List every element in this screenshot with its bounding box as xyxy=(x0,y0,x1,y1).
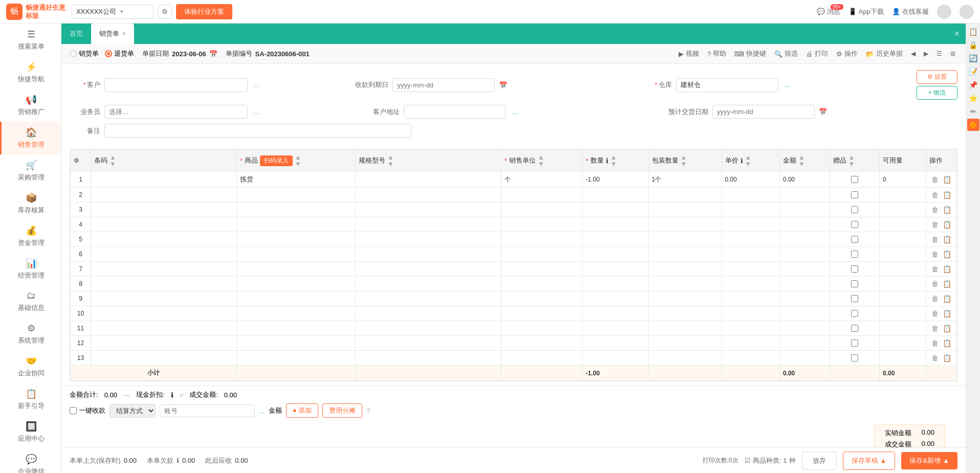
row-spec[interactable] xyxy=(355,291,501,306)
sidebar-item-search[interactable]: ☰ 搜索菜单 xyxy=(0,24,61,56)
row-barcode[interactable] xyxy=(91,336,237,351)
row-qty[interactable]: -1.00 xyxy=(582,172,648,188)
row-barcode[interactable] xyxy=(91,202,237,217)
row-copy-icon[interactable]: 📋 xyxy=(943,220,951,229)
row-copy-icon[interactable]: 📋 xyxy=(943,295,951,303)
row-qty[interactable] xyxy=(582,202,648,217)
row-spec[interactable] xyxy=(355,336,501,351)
app-download-button[interactable]: 📱 App下载 xyxy=(848,7,884,16)
sidebar-item-apps[interactable]: 🔲 应用中心 xyxy=(0,416,61,448)
row-price[interactable] xyxy=(722,321,779,336)
row-gift[interactable] xyxy=(830,202,880,217)
row-product[interactable] xyxy=(236,321,355,336)
row-barcode[interactable] xyxy=(91,321,237,336)
row-qty[interactable] xyxy=(582,277,648,291)
row-price[interactable] xyxy=(722,202,779,217)
addr-more-btn[interactable]: ... xyxy=(510,108,519,116)
row-qty[interactable] xyxy=(582,321,648,336)
row-product[interactable] xyxy=(236,351,355,366)
row-delete-icon[interactable]: 🗑 xyxy=(931,295,939,303)
add-expense-button[interactable]: ● 添加 xyxy=(286,403,318,418)
row-price[interactable] xyxy=(722,232,779,247)
row-copy-icon[interactable]: 📋 xyxy=(943,175,951,184)
row-product[interactable] xyxy=(236,291,355,306)
row-gift[interactable] xyxy=(830,172,880,188)
row-barcode[interactable] xyxy=(91,172,237,188)
row-qty[interactable] xyxy=(582,351,648,366)
avatar2[interactable] xyxy=(960,5,974,19)
row-product[interactable] xyxy=(236,262,355,277)
row-gift[interactable] xyxy=(830,291,880,306)
sidebar-item-quicknav[interactable]: ⚡ 快捷导航 xyxy=(0,56,61,89)
row-price[interactable] xyxy=(722,277,779,291)
video-button[interactable]: ▶ 视频 xyxy=(677,48,701,59)
row-qty[interactable] xyxy=(582,306,648,321)
sidebar-item-wechat[interactable]: 💬 企业微信 xyxy=(0,448,61,473)
row-delete-icon[interactable]: 🗑 xyxy=(931,265,939,273)
row-delete-icon[interactable]: 🗑 xyxy=(931,324,939,332)
logistics-button[interactable]: + 物流 xyxy=(917,86,957,100)
settings-button[interactable]: ⚙ 设置 xyxy=(917,70,957,84)
row-qty[interactable] xyxy=(582,247,648,262)
trial-button[interactable]: 体验行业方案 xyxy=(176,4,232,19)
row-delete-icon[interactable]: 🗑 xyxy=(931,250,939,258)
row-price[interactable] xyxy=(722,336,779,351)
customer-addr-input[interactable] xyxy=(404,105,506,119)
row-qty[interactable] xyxy=(582,217,648,232)
row-copy-icon[interactable]: 📋 xyxy=(943,309,951,318)
row-gift[interactable] xyxy=(830,247,880,262)
row-product[interactable] xyxy=(236,336,355,351)
row-product[interactable] xyxy=(236,306,355,321)
row-barcode[interactable] xyxy=(91,291,237,306)
row-delete-icon[interactable]: 🗑 xyxy=(931,206,939,214)
save-new-button[interactable]: 保存&新增 ▲ xyxy=(901,452,957,469)
row-spec[interactable] xyxy=(355,202,501,217)
row-copy-icon[interactable]: 📋 xyxy=(943,250,951,258)
row-copy-icon[interactable]: 📋 xyxy=(943,280,951,288)
sidebar-item-finance[interactable]: 💰 资金管理 xyxy=(0,220,61,253)
row-copy-icon[interactable]: 📋 xyxy=(943,324,951,332)
row-barcode[interactable] xyxy=(91,232,237,247)
radio-sales-order[interactable]: 销货单 xyxy=(70,49,99,58)
due-date-input[interactable] xyxy=(393,78,495,92)
settlement-method-select[interactable]: 结算方式 xyxy=(110,404,156,418)
help-button[interactable]: ? 帮助 xyxy=(705,48,728,59)
row-product[interactable] xyxy=(236,188,355,202)
customer-input[interactable] xyxy=(104,78,248,92)
next-record-button[interactable]: ▶ xyxy=(922,49,930,58)
row-gift[interactable] xyxy=(830,321,880,336)
row-copy-icon[interactable]: 📋 xyxy=(943,265,951,273)
panel-icon-6[interactable]: ⭐ xyxy=(967,92,979,104)
warehouse-more-btn[interactable]: ... xyxy=(782,81,792,88)
row-gift[interactable] xyxy=(830,232,880,247)
prev-record-button[interactable]: ◀ xyxy=(909,49,918,58)
row-price[interactable] xyxy=(722,188,779,202)
row-qty[interactable] xyxy=(582,262,648,277)
save-draft-button[interactable]: 保存草稿 ▲ xyxy=(843,452,896,470)
row-copy-icon[interactable]: 📋 xyxy=(943,235,951,243)
settings-icon[interactable]: ⚙ xyxy=(158,5,172,19)
row-spec[interactable] xyxy=(355,247,501,262)
row-barcode[interactable] xyxy=(91,262,237,277)
row-copy-icon[interactable]: 📋 xyxy=(943,354,951,362)
row-gift[interactable] xyxy=(830,351,880,366)
company-selector[interactable]: XXXXXX公司 ▼ xyxy=(72,5,154,19)
salesman-input[interactable] xyxy=(104,105,248,119)
row-delete-icon[interactable]: 🗑 xyxy=(931,354,939,362)
one-click-pay-checkbox[interactable] xyxy=(70,407,77,414)
grid-view-button[interactable]: ⊞ xyxy=(948,49,957,58)
sidebar-item-operations[interactable]: 📊 经营管理 xyxy=(0,253,61,285)
sidebar-item-inventory[interactable]: 📦 库存核算 xyxy=(0,187,61,220)
row-delete-icon[interactable]: 🗑 xyxy=(931,191,939,199)
sidebar-item-marketing[interactable]: 📢 营销推广 xyxy=(0,89,61,122)
row-delete-icon[interactable]: 🗑 xyxy=(931,309,939,318)
panel-icon-7[interactable]: ✏ xyxy=(967,105,979,118)
messages-button[interactable]: 💬 消息 99+ xyxy=(817,7,840,16)
row-price[interactable] xyxy=(722,247,779,262)
row-copy-icon[interactable]: 📋 xyxy=(943,339,951,347)
row-price[interactable] xyxy=(722,262,779,277)
abandon-button[interactable]: 放弃 xyxy=(802,452,837,470)
sidebar-item-basics[interactable]: 🗂 基础信息 xyxy=(0,285,61,318)
row-gift[interactable] xyxy=(830,217,880,232)
row-qty[interactable] xyxy=(582,336,648,351)
